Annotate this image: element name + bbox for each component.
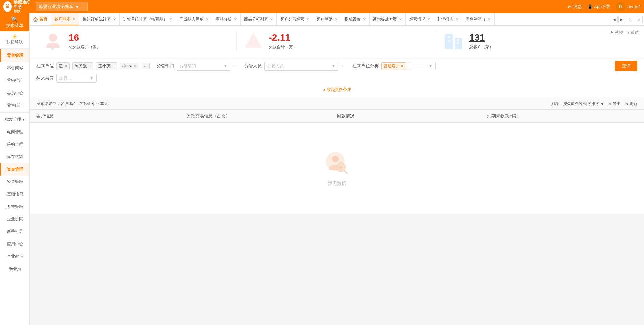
export-btn[interactable]: ⬆ 导出 <box>608 101 621 107</box>
close-icon[interactable]: ✕ <box>169 17 172 22</box>
sidebar-item-operation[interactable]: 经营管理 <box>0 176 29 188</box>
tab-operations[interactable]: 经营情况 ✕ <box>406 13 434 25</box>
tab-prev-btn[interactable]: ◀ <box>611 16 618 23</box>
close-icon[interactable]: ✕ <box>306 17 309 22</box>
svg-point-11 <box>332 156 339 162</box>
total-customers-label: 总客户（家） <box>469 44 493 50</box>
close-icon[interactable]: ✕ <box>456 17 459 22</box>
sidebar-item-wholesale[interactable]: 批发管理 ▼ <box>0 113 29 126</box>
remove-tag-3[interactable]: ✕ <box>134 64 137 68</box>
video-help-btn[interactable]: ▶ 视频 <box>610 30 623 35</box>
sidebar-item-app-center[interactable]: 应用中心 <box>0 238 29 250</box>
sidebar-item-finance[interactable]: 资金管理 <box>0 163 29 176</box>
results-info: 搜索结果中，客户0家 欠款金额 0.00元 <box>36 101 109 107</box>
sidebar: 🔍 搜索菜单 ⚡ 快捷导航 零售管理 零售商城 营销推广 会员中心 零售统计 批… <box>0 13 30 325</box>
main-content: 🏠 首页 客户账本 ✕ 采购订单统计表 ✕ 进货单统计表（按商品） ✕ 产成品入… <box>30 13 644 325</box>
filter-tag-more[interactable]: ··· <box>142 63 150 69</box>
layout: 🔍 搜索菜单 ⚡ 快捷导航 零售管理 零售商城 营销推广 会员中心 零售统计 批… <box>0 13 644 325</box>
remove-category-tag[interactable]: ✕ <box>401 64 404 68</box>
query-button[interactable]: 查询 <box>615 61 637 71</box>
total-customers-value: 131 <box>469 32 493 43</box>
results-right: 排序：按欠款金额倒序排序 ▼ ⬆ 导出 ↻ 刷新 <box>551 101 637 107</box>
tab-retail-profit[interactable]: 零售利润（ ✕ <box>462 13 495 25</box>
overdue-amount-icon: ! <box>243 31 263 51</box>
refresh-btn[interactable]: ↻ 刷新 <box>625 101 637 107</box>
filter-category-tag[interactable]: 普通客户 ✕ <box>381 62 406 70</box>
tab-customer-layer[interactable]: 客户分层经营 ✕ <box>277 13 313 25</box>
message-btn[interactable]: ✉ 消息 <box>568 4 582 10</box>
filter-tag-unit-1[interactable]: 陈民强 ✕ <box>72 62 93 70</box>
tab-production[interactable]: 产成品入库单 ✕ <box>176 13 212 25</box>
sidebar-search-btn[interactable]: 🔍 搜索菜单 <box>0 13 29 31</box>
sidebar-item-guide[interactable]: 新手引导 <box>0 225 29 238</box>
overdue-amount-value: -2.11 <box>269 32 297 43</box>
sidebar-item-enterprise[interactable]: 企业协同 <box>0 213 29 225</box>
svg-rect-9 <box>457 42 459 44</box>
close-icon[interactable]: ✕ <box>234 17 237 22</box>
dropdown-icon-2: ▼ <box>331 64 335 68</box>
person-filter-select[interactable]: 分管人员 ▼ <box>264 62 338 71</box>
tab-product-analysis[interactable]: 商品分析 ✕ <box>212 13 241 25</box>
tab-expand-btn[interactable]: ⤢ <box>635 16 643 23</box>
tab-commission-settings[interactable]: 提成设置 ✕ <box>341 13 370 25</box>
play-icon: ▶ <box>610 30 614 35</box>
balance-filter-select[interactable]: 选择... ▼ <box>56 74 97 83</box>
summary-help: ▶ 视频 ? 帮助 <box>610 30 639 35</box>
tab-arrows: ◀ ▶ ✕ ⤢ <box>610 16 644 23</box>
tab-profit-report[interactable]: 利润报告 ✕ <box>434 13 462 25</box>
close-icon[interactable]: ✕ <box>206 17 209 22</box>
sidebar-item-member[interactable]: 畅会员 <box>0 263 29 275</box>
sidebar-item-retail-mgmt[interactable]: 零售管理 <box>0 49 29 62</box>
tab-customer-ledger[interactable]: 客户账本 ✕ <box>51 13 79 25</box>
sort-selector[interactable]: 排序：按欠款金额倒序排序 ▼ <box>551 101 604 107</box>
dept-filter-more[interactable]: ··· <box>233 63 238 69</box>
dept-filter-select[interactable]: 分管部门 ▼ <box>177 62 230 71</box>
person-filter-more[interactable]: ··· <box>341 63 345 69</box>
close-icon[interactable]: ✕ <box>113 17 116 22</box>
sidebar-item-wechat[interactable]: 企业微信 <box>0 250 29 263</box>
close-icon[interactable]: ✕ <box>335 17 338 22</box>
close-icon[interactable]: ✕ <box>363 17 366 22</box>
sidebar-item-system[interactable]: 系统管理 <box>0 201 29 213</box>
app-download-btn[interactable]: 📱 App下载 <box>587 4 610 10</box>
sidebar-item-purchase[interactable]: 采购管理 <box>0 138 29 151</box>
sidebar-item-inventory[interactable]: 库存核算 <box>0 151 29 163</box>
content-area: ¥ 16 总欠款客户（家） ! <box>30 26 644 325</box>
sidebar-quicknav[interactable]: ⚡ 快捷导航 <box>0 31 29 48</box>
tab-home[interactable]: 🏠 首页 <box>30 13 51 25</box>
help-btn[interactable]: ? 帮助 <box>627 30 639 35</box>
close-icon[interactable]: ✕ <box>488 17 491 22</box>
tab-new-commission[interactable]: 新增提成方案 ✕ <box>370 13 406 25</box>
dept-filter-label: 分管部门 <box>157 63 174 69</box>
tab-next-btn[interactable]: ▶ <box>618 16 625 23</box>
close-icon[interactable]: ✕ <box>73 17 76 21</box>
remove-tag-1[interactable]: ✕ <box>88 64 91 68</box>
remove-tag-2[interactable]: ✕ <box>112 64 115 68</box>
close-icon[interactable]: ✕ <box>399 17 402 22</box>
close-icon[interactable]: ✕ <box>427 17 430 22</box>
tab-close-all-btn[interactable]: ✕ <box>626 16 634 23</box>
sidebar-item-marketing[interactable]: 营销推广 <box>0 74 29 87</box>
top-bar-right: ✉ 消息 📱 App下载 D demo2 <box>568 2 641 11</box>
tab-purchase-stats[interactable]: 进货单统计表（按商品） ✕ <box>120 13 176 25</box>
tab-product-analysis-list[interactable]: 商品分析列表 ✕ <box>241 13 277 25</box>
filter-tag-unit-0[interactable]: 伍 ✕ <box>56 62 70 70</box>
filter-tag-unit-3[interactable]: cjttcw ✕ <box>120 63 139 69</box>
close-icon[interactable]: ✕ <box>270 17 273 22</box>
summary-text-1: 16 总欠款客户（家） <box>69 32 101 50</box>
filter-tag-unit-2[interactable]: 王小亮 ✕ <box>96 62 117 70</box>
remove-tag-0[interactable]: ✕ <box>64 64 67 68</box>
user-area[interactable]: D demo2 <box>616 2 641 11</box>
collapse-filters-btn[interactable]: ∧ 收起更多条件 <box>36 85 637 94</box>
company-selector[interactable]: 母婴行业演示账套 ▼ <box>36 2 88 11</box>
tab-customer-contact[interactable]: 客户联络 ✕ <box>313 13 341 25</box>
data-table: 客户信息 欠款交易信息（占比） 回款情况 到期未收款日期 <box>30 110 644 214</box>
sidebar-item-ecommerce[interactable]: 电商管理 <box>0 126 29 138</box>
category-filter-select[interactable]: ▼ <box>409 62 436 70</box>
svg-text:¥: ¥ <box>51 44 55 51</box>
sidebar-item-retail-stats[interactable]: 零售统计 <box>0 99 29 112</box>
sidebar-item-member-center[interactable]: 会员中心 <box>0 87 29 99</box>
sidebar-item-basic-info[interactable]: 基础信息 <box>0 188 29 201</box>
tab-purchase-order[interactable]: 采购订单统计表 ✕ <box>79 13 120 25</box>
sidebar-item-retail-mall[interactable]: 零售商城 <box>0 62 29 74</box>
